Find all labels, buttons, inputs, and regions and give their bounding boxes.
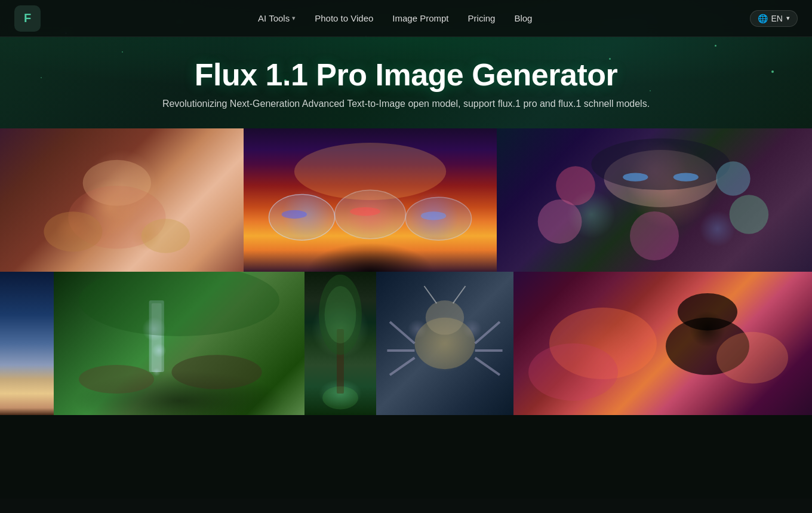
svg-point-16 [673, 173, 699, 181]
language-button[interactable]: 🌐 EN ▾ [750, 10, 798, 27]
nav-item-pricing[interactable]: Pricing [468, 13, 496, 23]
nav-item-ai-tools[interactable]: AI Tools ▾ [258, 13, 296, 23]
svg-line-39 [425, 286, 437, 303]
svg-point-19 [538, 199, 582, 244]
image-anime-girl [497, 128, 812, 272]
gallery-item-fish-bowls[interactable] [244, 128, 497, 272]
hero-title: Flux 1.1 Pro Image Generator [195, 57, 617, 93]
svg-point-2 [44, 211, 102, 251]
gallery-item-silhouette[interactable] [513, 272, 812, 415]
nav-label-blog: Blog [514, 13, 532, 23]
chevron-down-icon: ▾ [292, 14, 296, 22]
lang-label: EN [771, 14, 783, 23]
svg-point-21 [630, 211, 679, 260]
chevron-down-icon: ▾ [786, 14, 790, 22]
below-gallery [0, 415, 812, 499]
gallery-row2 [0, 272, 812, 415]
svg-point-26 [79, 272, 279, 336]
image-robot-ant [376, 272, 513, 415]
image-girl-teddy [0, 128, 244, 272]
image-sunset [0, 272, 54, 415]
svg-point-24 [79, 365, 154, 394]
gallery-item-robot[interactable] [376, 272, 513, 415]
svg-line-38 [475, 358, 500, 375]
svg-point-17 [556, 166, 595, 205]
image-fish-bowls [244, 128, 497, 272]
gallery-item-tree[interactable] [304, 272, 376, 415]
svg-point-18 [716, 161, 750, 195]
svg-point-12 [294, 143, 446, 200]
svg-point-20 [730, 195, 769, 234]
image-glowing-tree [304, 272, 376, 415]
navbar-center: AI Tools ▾ Photo to Video Image Prompt P… [258, 13, 532, 23]
svg-point-10 [350, 207, 380, 216]
svg-line-33 [390, 322, 414, 343]
navbar-left: F [14, 5, 41, 32]
nav-item-blog[interactable]: Blog [514, 13, 532, 23]
nav-label-ai-tools: AI Tools [258, 13, 290, 23]
navbar: F AI Tools ▾ Photo to Video Image Prompt… [0, 0, 812, 37]
svg-point-44 [528, 343, 618, 401]
nav-label-image-prompt: Image Prompt [392, 13, 448, 23]
nav-item-image-prompt[interactable]: Image Prompt [392, 13, 448, 23]
nav-item-photo-to-video[interactable]: Photo to Video [315, 13, 373, 23]
svg-point-32 [426, 300, 464, 335]
svg-line-35 [390, 358, 414, 375]
svg-point-9 [282, 210, 307, 219]
svg-point-11 [421, 211, 446, 220]
globe-icon: 🌐 [758, 14, 768, 23]
svg-point-45 [716, 332, 788, 383]
gallery-item-waterfall[interactable] [54, 272, 304, 415]
gallery-row1 [0, 128, 812, 272]
svg-point-3 [142, 219, 190, 253]
navbar-right: 🌐 EN ▾ [750, 10, 798, 27]
svg-line-36 [475, 322, 500, 343]
image-silhouette-art [513, 272, 812, 415]
svg-line-40 [453, 286, 466, 303]
logo[interactable]: F [14, 5, 41, 32]
svg-point-30 [322, 386, 358, 409]
svg-point-25 [171, 355, 262, 389]
hero-subtitle: Revolutionizing Next-Generation Advanced… [162, 99, 650, 109]
svg-point-15 [623, 173, 648, 181]
gallery [0, 128, 812, 415]
gallery-item-sunset[interactable] [0, 272, 54, 415]
svg-point-29 [325, 286, 356, 343]
image-waterfall [54, 272, 304, 415]
gallery-item-anime-girl[interactable] [497, 128, 812, 272]
gallery-item-girl-teddy[interactable] [0, 128, 244, 272]
nav-label-photo-to-video: Photo to Video [315, 13, 373, 23]
nav-label-pricing: Pricing [468, 13, 496, 23]
logo-text: F [24, 11, 31, 25]
svg-point-14 [591, 139, 730, 190]
